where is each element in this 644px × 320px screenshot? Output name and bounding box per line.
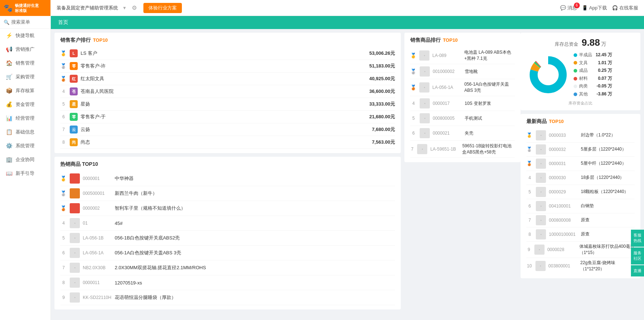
hot-product-row[interactable]: 🥉 0000002 智利车子里（规格不知道填什么） — [60, 201, 395, 216]
legend-value: 0.25 万 — [594, 67, 612, 75]
sidebar-item-label: 销售管理 — [16, 60, 34, 66]
legend-item: 其他 -3.86 万 — [574, 90, 612, 98]
new-product-row[interactable]: 🥇 ▪ 0000033 封边带（1.0*22） — [526, 128, 635, 143]
new-product-row[interactable]: 4 ▪ 0000030 18多层（1220*2440） — [526, 171, 635, 185]
new-products-list: 🥇 ▪ 0000033 封边带（1.0*22） 🥈 ▪ 0000032 5厘多层… — [526, 128, 635, 274]
hot-product-row[interactable]: 9 ▪ KK-SD22110H 花语萌恒温分腿睡袋（厚款） — [60, 290, 395, 305]
sidebar-item-quick[interactable]: ⚡ 快捷导航 — [0, 29, 50, 42]
rank-num: 7 — [60, 265, 67, 270]
rank-row[interactable]: 5 星 星扬 33,333.00元 — [60, 98, 395, 111]
sidebar-item-guide[interactable]: 📖 新手引导 — [0, 167, 50, 180]
rank-row[interactable]: 🥉 红 红太阳文具 40,925.00元 — [60, 73, 395, 85]
app-download-button[interactable]: 📱 App下载 — [582, 5, 607, 11]
new-product-row[interactable]: 7 ▪ 000800008 原查 — [526, 213, 635, 227]
rank-avatar: L — [70, 49, 78, 57]
sales-ranking-title: 销售客户排行 TOP10 — [60, 37, 395, 44]
product-code: 0000032 — [549, 147, 578, 152]
product-image-placeholder: ▪ — [70, 278, 80, 288]
hot-product-row[interactable]: 6 ▪ LA-056-1A 056-1A白色按键开关盖ABS 3壳 — [60, 246, 395, 260]
hot-products-card: 热销商品 TOP10 🥇 0000001 中华神器 🥈 000500001 新西… — [54, 157, 401, 309]
product-image-placeholder: ▪ — [536, 201, 546, 211]
new-product-row[interactable]: 🥈 ▪ 0000032 5厘多层（1220*2440） — [526, 143, 635, 157]
sidebar-item-purchase[interactable]: 🛒 采购管理 — [0, 70, 50, 84]
rank-name: 零售客户-许 — [81, 63, 366, 69]
legend-value: 12.45 万 — [594, 51, 612, 59]
message-icon: 💬 — [560, 5, 566, 11]
hot-product-row[interactable]: 🥇 0000001 中华神器 — [60, 171, 395, 186]
sidebar-item-inventory[interactable]: 📦 库存核算 — [0, 84, 50, 98]
rank-row[interactable]: 🥈 零 零售客户-许 51,183.00元 — [60, 60, 395, 73]
corp-icon: 🏢 — [6, 156, 13, 163]
sidebar-item-finance[interactable]: 💰 资金管理 — [0, 98, 50, 111]
new-product-row[interactable]: 🥉 ▪ 0000031 5厘中纤（1220*2440） — [526, 157, 635, 171]
legend-label: 材料 — [579, 75, 592, 83]
donut-chart — [526, 53, 570, 97]
new-product-row[interactable]: 8 ▪ 10000100001 原查 — [526, 227, 635, 242]
sidebar-item-sales[interactable]: 🏠 销售管理 — [0, 56, 50, 70]
new-products-card: 最新商品 TOP10 🥇 ▪ 0000033 封边带（1.0*22） 🥈 ▪ 0… — [521, 114, 640, 278]
tab-home[interactable]: 首页 — [51, 16, 76, 29]
hot-product-row[interactable]: 5 ▪ LA-056-1B 056-1B白色按键开关底ABS2壳 — [60, 231, 395, 246]
rank-value: 51,183.00元 — [369, 63, 395, 69]
rank-num: 4 — [60, 89, 67, 94]
hot-product-row[interactable]: 7 ▪ NB2.0X30B 2.0X30MM双搓花轴.搓花直径2.1MM/ROH… — [60, 260, 395, 275]
product-image-placeholder: ▪ — [70, 233, 80, 243]
product-name: 原查 — [581, 217, 590, 223]
donut-wrap: 半成品 12.45 万 文具 1.01 万 成品 0.25 万 材料 0.07 … — [526, 51, 635, 98]
rank-num: 5 — [60, 102, 67, 107]
legend-item: 肉类 -0.05 万 — [574, 82, 612, 90]
settings-icon[interactable]: ⚙ — [132, 4, 137, 11]
purchase-icon: 🛒 — [6, 74, 13, 80]
rank-row[interactable]: 6 零 零售客户-于 21,680.00元 — [60, 111, 395, 123]
sales-product-row[interactable]: 5 ▪ 000800005 手机测试 — [410, 111, 515, 126]
rank-medal-icon: 🥉 — [526, 161, 533, 166]
dropdown-arrow-icon[interactable]: ▼ — [122, 5, 127, 11]
sales-product-row[interactable]: 🥇 ▪ LA-089 电池盖 LA-089 ABS本色+黑种 7.1克 — [410, 47, 515, 64]
sidebar-item-corp[interactable]: 🏢 企业协同 — [0, 153, 50, 167]
sidebar-item-operations[interactable]: 📊 经营管理 — [0, 111, 50, 125]
trial-button[interactable]: 体验行业方案 — [143, 3, 182, 13]
product-name: 18多层（1220*2440） — [581, 175, 624, 181]
new-product-row[interactable]: 9 ▪ 0000028 体城嘉枚味苏打饮品400毫升（1*15） — [526, 242, 635, 258]
sales-product-row[interactable]: 🥉 ▪ LA-056-1A 056-1A白色按键开关盖ABS 3壳 — [410, 79, 515, 96]
sidebar-item-basic[interactable]: 📋 基础信息 — [0, 125, 50, 139]
legend-label: 半成品 — [579, 51, 592, 59]
sales-product-row[interactable]: 6 ▪ 0000021 夹壳 — [410, 126, 515, 141]
new-product-row[interactable]: 10 ▪ 003800001 22g鱼豆腐-烧烤味（1*12*20） — [526, 258, 635, 274]
legend-item: 半成品 12.45 万 — [574, 51, 612, 59]
sidebar: 🐾 畅捷通好生意 标准版 🔍 搜索菜单 ⚡ 快捷导航 📢 营销推广 🏠 销售管理… — [0, 0, 51, 320]
rank-row[interactable]: 8 尚 尚态 7,563.00元 — [60, 136, 395, 149]
sales-product-row[interactable]: 4 ▪ 0000017 10S 变射罗浆 — [410, 96, 515, 111]
product-name: 手机测试 — [465, 115, 482, 122]
rank-avatar: 零 — [70, 62, 78, 70]
product-image-placeholder: ▪ — [70, 263, 80, 273]
new-product-row[interactable]: 5 ▪ 0000029 18颗粒板（1220*2440） — [526, 185, 635, 199]
new-product-row[interactable]: 6 ▪ 004100001 白钢垫 — [526, 199, 635, 213]
cs-live-button[interactable]: 直播 — [631, 265, 644, 276]
sales-product-row[interactable]: 7 ▪ LA-59651-1B 59651-1B旋转投影灯电池盒ABS黑色+58… — [410, 141, 515, 158]
new-products-title: 最新商品 TOP10 — [526, 118, 635, 125]
rank-num: 5 — [410, 116, 417, 121]
cs-hotline-button[interactable]: 客服热线 — [631, 230, 644, 247]
rank-row[interactable]: 4 苍 苍南县人民医院 36,600.00元 — [60, 85, 395, 98]
sidebar-item-marketing[interactable]: 📢 营销推广 — [0, 42, 50, 56]
hot-product-row[interactable]: 8 ▪ 0000011 12070519-xs — [60, 275, 395, 290]
message-button[interactable]: 💬 消息 6 — [560, 5, 577, 11]
product-code: 0000021 — [433, 131, 462, 136]
rank-name: 星扬 — [81, 101, 366, 107]
product-image-placeholder: ▪ — [536, 229, 546, 239]
online-service-button[interactable]: 🎧 在线客服 — [612, 5, 638, 11]
hot-product-row[interactable]: 4 ▪ 01 45# — [60, 216, 395, 231]
system-name: 装备及固定资产辅助管理系统 — [57, 5, 118, 11]
sidebar-search[interactable]: 🔍 搜索菜单 — [0, 16, 50, 29]
product-code: 004100001 — [549, 204, 578, 209]
product-name: 原查 — [581, 231, 590, 237]
rank-row[interactable]: 7 云 云扬 7,680.00元 — [60, 123, 395, 136]
sales-product-row[interactable]: 🥈 ▪ 001000002 雪地靴 — [410, 64, 515, 79]
rank-num: 6 — [410, 131, 417, 136]
rank-row[interactable]: 🥇 L LS 客户 53,006.26元 — [60, 47, 395, 60]
product-image-placeholder: ▪ — [419, 82, 429, 93]
sidebar-item-system[interactable]: ⚙️ 系统管理 — [0, 139, 50, 153]
hot-product-row[interactable]: 🥈 000500001 新西兰牛肉（新牛） — [60, 186, 395, 201]
cs-community-button[interactable]: 服务社区 — [631, 247, 644, 264]
